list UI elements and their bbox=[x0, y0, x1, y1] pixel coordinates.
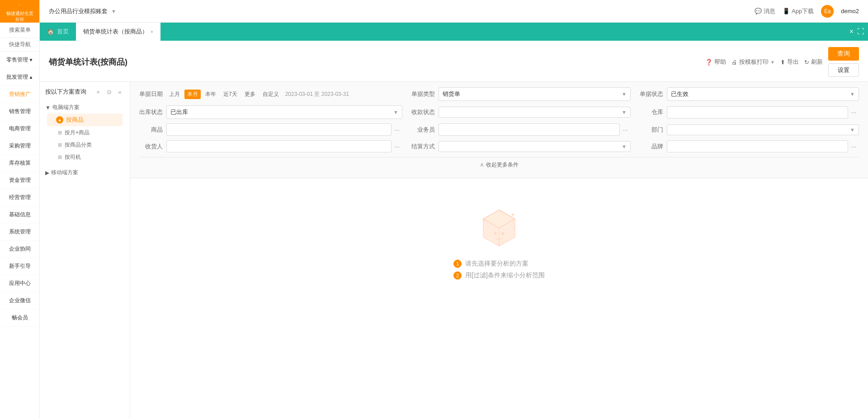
collapse-label: ∧ 收起更多条件 bbox=[480, 162, 518, 168]
sidebar: 🔸 畅捷通好生意 标账 搜索菜单 快捷导航 零售管理 ▼ 批发管理 ▲ 营销推广… bbox=[0, 0, 40, 418]
shortcut-7days[interactable]: 近7天 bbox=[221, 90, 240, 99]
date-range-display[interactable]: 2023-03-01 至 2023-03-31 bbox=[285, 90, 349, 98]
empty-tips: 1 请先选择要分析的方案 2 用[过滤]条件来缩小分析范围 bbox=[453, 260, 545, 283]
export-btn[interactable]: ⬆ 导出 bbox=[780, 58, 799, 66]
tab-fullscreen-icon: ⛶ bbox=[857, 28, 864, 36]
scheme-section-header-pc[interactable]: ▼ 电脑端方案 bbox=[45, 102, 124, 113]
svg-text:✦: ✦ bbox=[482, 217, 486, 222]
sidebar-item-cooperation[interactable]: 企业协同 bbox=[0, 241, 39, 258]
empty-icon: ✦ ✦ ✦ bbox=[476, 205, 522, 251]
filter-brand-field: 品牌 ··· bbox=[640, 140, 859, 152]
empty-svg: ✦ ✦ ✦ bbox=[476, 205, 522, 251]
scheme-section-mobile: ▶ 移动端方案 bbox=[40, 165, 130, 180]
receiver-input[interactable] bbox=[166, 140, 392, 152]
header-left: 办公用品行业模拟账套 ▼ bbox=[49, 7, 116, 15]
scheme-collapse-btn[interactable]: « bbox=[115, 87, 124, 96]
user-avatar[interactable]: Ea bbox=[821, 5, 834, 18]
warehouse-input[interactable] bbox=[667, 106, 848, 119]
goods-node-icon: ● bbox=[56, 116, 63, 124]
scheme-panel-title: 按以下方案查询 bbox=[45, 88, 86, 96]
query-actions: 查询 设置 bbox=[828, 47, 859, 77]
sidebar-item-newguide[interactable]: 新手引导 bbox=[0, 258, 39, 275]
sidebar-item-wechat[interactable]: 企业微信 bbox=[0, 292, 39, 309]
sidebar-item-wholesale[interactable]: 批发管理 ▲ bbox=[0, 69, 39, 86]
tab-home[interactable]: 🏠 首页 bbox=[40, 23, 76, 41]
sidebar-item-marketing[interactable]: 营销推广 bbox=[0, 86, 39, 103]
filter-docstatus-field: 单据状态 已生效 ▼ bbox=[640, 87, 859, 101]
page-header: 销货单统计表(按商品) ❓ 帮助 🖨 按模板打印 ▼ ⬆ 导出 ↻ 刷新 bbox=[40, 41, 868, 81]
sidebar-item-member[interactable]: 畅会员 bbox=[0, 309, 39, 327]
scheme-node-by-goods[interactable]: ● 按商品 bbox=[47, 114, 123, 126]
template-print-btn[interactable]: 🖨 按模板打印 ▼ bbox=[731, 58, 775, 66]
home-icon: 🏠 bbox=[47, 28, 54, 35]
scheme-add-btn[interactable]: + bbox=[94, 87, 103, 96]
shortcut-custom[interactable]: 自定义 bbox=[260, 90, 282, 99]
salesperson-label: 业务员 bbox=[411, 126, 439, 134]
receiver-dots[interactable]: ··· bbox=[392, 143, 402, 150]
docstatus-select[interactable]: 已生效 ▼ bbox=[667, 87, 859, 101]
help-icon: ❓ bbox=[705, 59, 712, 66]
search-menu[interactable]: 搜索菜单 bbox=[0, 23, 39, 38]
payment-status-select[interactable]: ▼ bbox=[439, 107, 631, 118]
query-button[interactable]: 查询 bbox=[828, 47, 859, 61]
sidebar-item-basic[interactable]: 基础信息 bbox=[0, 206, 39, 223]
warehouse-label: 仓库 bbox=[640, 108, 667, 116]
page-title: 销货单统计表(按商品) bbox=[49, 57, 127, 67]
scheme-edit-btn[interactable]: ⊙ bbox=[104, 87, 113, 96]
salesperson-dots[interactable]: ··· bbox=[620, 126, 631, 133]
goods-dots[interactable]: ··· bbox=[392, 126, 402, 133]
warehouse-dots[interactable]: ··· bbox=[848, 109, 859, 116]
sidebar-item-inventory[interactable]: 库存核算 bbox=[0, 155, 39, 172]
goods-input[interactable] bbox=[166, 124, 392, 136]
brand-input[interactable] bbox=[667, 140, 848, 152]
app-logo[interactable]: 🔸 畅捷通好生意 标账 bbox=[0, 0, 39, 23]
quick-nav[interactable]: 快捷导航 bbox=[0, 38, 39, 52]
shortcut-last-month[interactable]: 上月 bbox=[166, 90, 183, 99]
shortcut-this-year[interactable]: 本年 bbox=[203, 90, 219, 99]
template-print-label: 按模板打印 bbox=[739, 58, 769, 66]
settlement-select[interactable]: ▼ bbox=[439, 141, 631, 152]
refresh-btn[interactable]: ↻ 刷新 bbox=[804, 58, 823, 66]
workspace-arrow[interactable]: ▼ bbox=[111, 9, 116, 14]
message-icon: 💬 bbox=[755, 8, 762, 14]
doctype-select[interactable]: 销货单 ▼ bbox=[439, 87, 631, 101]
sidebar-item-system[interactable]: 系统管理 bbox=[0, 223, 39, 241]
app-download-btn[interactable]: 📱 App下载 bbox=[783, 7, 814, 15]
sidebar-item-ecommerce[interactable]: 电商管理 bbox=[0, 120, 39, 138]
filter-warehouse-field: 仓库 ··· bbox=[640, 106, 859, 119]
sidebar-item-purchase[interactable]: 采购管理 bbox=[0, 138, 39, 155]
department-arrow-icon: ▼ bbox=[850, 127, 855, 133]
user-name[interactable]: demo2 bbox=[841, 8, 859, 14]
shortcut-this-month[interactable]: 本月 bbox=[184, 90, 201, 99]
app-download-label: App下载 bbox=[792, 7, 814, 15]
sidebar-item-appcenter[interactable]: 应用中心 bbox=[0, 275, 39, 292]
tab-close-btn[interactable]: × bbox=[151, 29, 153, 34]
help-label: 帮助 bbox=[714, 58, 726, 66]
sidebar-item-retail[interactable]: 零售管理 ▼ bbox=[0, 52, 39, 69]
message-btn[interactable]: 💬 消息 bbox=[755, 7, 775, 15]
scheme-subnode-driver[interactable]: ⊞ 按司机 bbox=[45, 151, 124, 163]
main-area: 办公用品行业模拟账套 ▼ 💬 消息 📱 App下载 Ea demo2 🏠 首页 … bbox=[40, 0, 868, 418]
tab-sales-stats[interactable]: 销货单统计表（按商品） × bbox=[76, 23, 160, 41]
setting-button[interactable]: 设置 bbox=[828, 63, 859, 77]
scheme-subnode-month-goods[interactable]: ⊞ 按月+商品 bbox=[45, 127, 124, 139]
scheme-subnode-goods-category[interactable]: ⊞ 按商品分类 bbox=[45, 139, 124, 151]
workspace-label[interactable]: 办公用品行业模拟账套 bbox=[49, 7, 108, 15]
sidebar-item-finance[interactable]: 资金管理 bbox=[0, 172, 39, 189]
shortcut-more[interactable]: 更多 bbox=[242, 90, 258, 99]
sidebar-item-operations[interactable]: 经营管理 bbox=[0, 189, 39, 206]
salesperson-input[interactable] bbox=[439, 124, 620, 136]
warehouse-status-select[interactable]: 已出库 ▼ bbox=[166, 105, 402, 119]
refresh-label: 刷新 bbox=[811, 58, 823, 66]
payment-status-arrow-icon: ▼ bbox=[622, 109, 627, 115]
tip-text-1: 请先选择要分析的方案 bbox=[465, 260, 528, 268]
tab-expand-btn[interactable]: × ⛶ bbox=[849, 28, 864, 36]
docstatus-label: 单据状态 bbox=[640, 90, 667, 98]
brand-dots[interactable]: ··· bbox=[848, 143, 859, 150]
doctype-label: 单据类型 bbox=[411, 90, 439, 98]
department-select[interactable]: ▼ bbox=[667, 124, 859, 135]
sidebar-item-sales[interactable]: 销售管理 bbox=[0, 103, 39, 120]
help-btn[interactable]: ❓ 帮助 bbox=[705, 58, 726, 66]
scheme-section-header-mobile[interactable]: ▶ 移动端方案 bbox=[45, 167, 124, 178]
collapse-row[interactable]: ∧ 收起更多条件 bbox=[139, 157, 859, 172]
